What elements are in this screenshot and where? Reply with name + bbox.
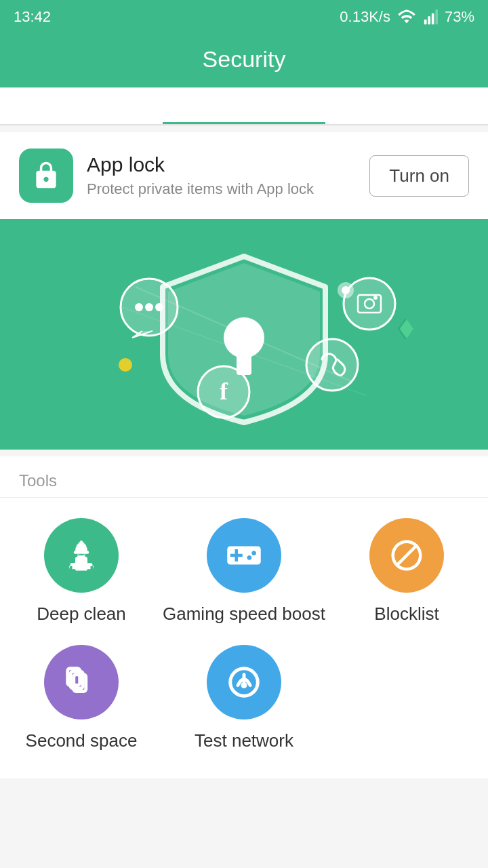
network-icon bbox=[226, 664, 262, 701]
network-speed: 0.13K/s bbox=[340, 8, 390, 26]
tool-deep-clean[interactable]: Deep clean bbox=[0, 518, 163, 625]
lock-icon bbox=[31, 161, 61, 191]
blocklist-label: Blocklist bbox=[374, 604, 439, 625]
gaming-icon-bg bbox=[207, 518, 281, 593]
app-lock-title: App lock bbox=[87, 153, 356, 176]
svg-point-11 bbox=[145, 303, 153, 311]
tool-gaming[interactable]: Gaming speed boost bbox=[163, 518, 325, 625]
second-space-label: Second space bbox=[26, 730, 138, 751]
tools-grid-row1: Deep clean Gaming speed boost Blocklist bbox=[0, 498, 488, 645]
svg-rect-0 bbox=[424, 20, 427, 24]
svg-point-20 bbox=[119, 358, 132, 372]
app-lock-text: App lock Protect private items with App … bbox=[87, 153, 356, 198]
signal-icon bbox=[423, 9, 438, 24]
status-bar: 13:42 0.13K/s 73% bbox=[0, 0, 488, 34]
security-banner: f bbox=[0, 219, 488, 450]
tab-bar[interactable] bbox=[0, 87, 488, 125]
tab-1[interactable] bbox=[0, 87, 163, 124]
tools-section: Tools Deep clean bbox=[0, 456, 488, 778]
svg-text:f: f bbox=[220, 378, 228, 405]
broom-icon bbox=[63, 537, 100, 574]
tools-label: Tools bbox=[0, 456, 488, 498]
tool-blocklist[interactable]: Blocklist bbox=[325, 518, 488, 625]
page-title: Security bbox=[203, 46, 286, 72]
deep-clean-icon-bg bbox=[44, 518, 119, 593]
blocklist-icon-bg bbox=[369, 518, 444, 593]
svg-rect-23 bbox=[74, 551, 89, 554]
tab-3[interactable] bbox=[325, 87, 488, 124]
test-network-icon-bg bbox=[207, 645, 281, 719]
svg-point-17 bbox=[373, 296, 378, 300]
status-right: 0.13K/s 73% bbox=[340, 8, 474, 26]
gaming-label: Gaming speed boost bbox=[163, 604, 325, 625]
tool-empty bbox=[325, 645, 488, 751]
svg-point-22 bbox=[342, 286, 350, 294]
svg-point-12 bbox=[155, 303, 163, 311]
page-header: Security bbox=[0, 34, 488, 87]
block-icon bbox=[388, 537, 425, 574]
second-space-icon-bg bbox=[44, 645, 119, 719]
svg-point-10 bbox=[135, 303, 143, 311]
wifi-icon bbox=[397, 9, 416, 24]
status-time: 13:42 bbox=[14, 8, 51, 26]
test-network-label: Test network bbox=[195, 730, 293, 751]
tab-2[interactable] bbox=[163, 87, 325, 124]
battery-level: 73% bbox=[445, 8, 474, 26]
svg-rect-3 bbox=[435, 9, 438, 24]
tool-second-space[interactable]: Second space bbox=[0, 645, 163, 751]
app-lock-icon bbox=[19, 149, 73, 203]
second-space-icon bbox=[63, 664, 100, 701]
tool-test-network[interactable]: Test network bbox=[163, 645, 325, 751]
svg-point-13 bbox=[306, 339, 358, 391]
tools-grid-row2: Second space Test network bbox=[0, 645, 488, 778]
gamepad-icon bbox=[226, 537, 262, 574]
deep-clean-label: Deep clean bbox=[37, 604, 126, 625]
turn-on-button[interactable]: Turn on bbox=[369, 155, 469, 197]
svg-rect-1 bbox=[428, 16, 430, 24]
banner-illustration: f bbox=[0, 219, 488, 450]
svg-rect-2 bbox=[432, 14, 434, 25]
app-lock-description: Protect private items with App lock bbox=[87, 180, 356, 198]
app-lock-section: App lock Protect private items with App … bbox=[0, 132, 488, 219]
